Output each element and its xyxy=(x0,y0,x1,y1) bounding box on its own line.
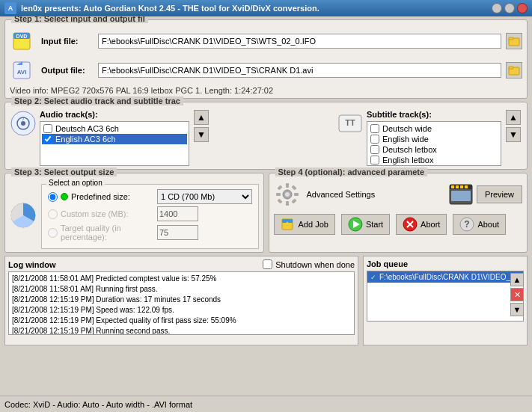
title-bar: A len0x presents: Auto Gordian Knot 2.45… xyxy=(0,0,532,16)
predefined-select[interactable]: 1 CD (700 Mb) 2 CD (1400 Mb) xyxy=(157,189,252,204)
audio-track-item-0[interactable]: Deutsch AC3 6ch xyxy=(42,123,187,134)
log-entry-1: [8/21/2008 11:58:01 AM] Running first pa… xyxy=(12,284,351,295)
abort-button[interactable]: Abort xyxy=(396,214,447,235)
preview-button[interactable]: Preview xyxy=(477,185,522,203)
shutdown-row: Shutdown when done xyxy=(263,259,355,269)
step2-spacer xyxy=(216,110,331,166)
output-file-row: AVI Output file: xyxy=(10,57,522,84)
text-icon: TT xyxy=(337,111,363,136)
log-title-bar: Log window Shutdown when done xyxy=(8,259,355,269)
subtitle-track-checkbox-3[interactable] xyxy=(370,156,379,165)
svg-rect-29 xyxy=(451,185,454,188)
queue-down-button[interactable]: ▼ xyxy=(510,303,524,316)
subtitle-track-checkbox-2[interactable] xyxy=(370,145,379,154)
film-icon xyxy=(448,182,474,207)
queue-controls: ▲ ✕ ▼ xyxy=(510,273,524,316)
subtitle-track-item-2[interactable]: Deutsch letbox xyxy=(369,144,499,155)
subtitle-tracks-area: Subtitle track(s): Deutsch wide English … xyxy=(367,110,501,166)
minimize-button[interactable] xyxy=(492,3,502,13)
subtitle-down-button[interactable]: ▼ xyxy=(506,127,521,142)
audio-down-button[interactable]: ▼ xyxy=(194,127,209,142)
subtitle-track-name-3: English letbox xyxy=(382,156,434,165)
step1-section: Step 1: Select input and output fil DVD … xyxy=(4,19,528,99)
advanced-settings-area: Advanced Settings Preview xyxy=(274,181,523,208)
audio-track-checkbox-1[interactable] xyxy=(43,135,52,144)
svg-rect-9 xyxy=(509,67,513,69)
queue-list: ✓ F:\ebooks\FullDisc\CRANK D1\VIDEO_TS\C… xyxy=(367,271,524,322)
subtitle-track-checkbox-0[interactable] xyxy=(370,124,379,133)
subtitle-icon: TT xyxy=(337,110,364,137)
queue-item-text-0: F:\ebooks\FullDisc\CRANK D1\VIDEO_TS\CRA… xyxy=(379,273,520,281)
target-value-input[interactable] xyxy=(157,225,198,240)
maximize-button[interactable] xyxy=(504,3,515,13)
target-radio-label[interactable]: Target quality (in percentage): xyxy=(48,224,153,242)
svg-text:?: ? xyxy=(465,219,470,230)
log-title: Log window xyxy=(8,260,56,269)
subtitle-up-button[interactable]: ▲ xyxy=(506,110,521,125)
about-icon: ? xyxy=(459,217,474,232)
add-job-icon: + xyxy=(281,217,296,232)
status-bar: Codec: XviD - Audio: Auto - Auto width -… xyxy=(0,396,532,412)
shutdown-checkbox[interactable] xyxy=(263,259,272,269)
input-label: Input file: xyxy=(41,37,94,46)
custom-row: Custom size (MB): xyxy=(48,206,252,221)
custom-radio[interactable] xyxy=(48,209,58,219)
predefined-radio[interactable] xyxy=(48,192,58,202)
svg-rect-26 xyxy=(291,198,296,203)
custom-radio-label[interactable]: Custom size (MB): xyxy=(48,209,153,219)
about-button[interactable]: ? About xyxy=(453,214,506,235)
svg-rect-23 xyxy=(277,185,282,190)
svg-rect-25 xyxy=(277,198,282,203)
add-job-button[interactable]: + Add Job xyxy=(274,214,335,235)
bottom-section: Log window Shutdown when done [8/21/2008… xyxy=(4,256,528,345)
close-button[interactable] xyxy=(517,3,528,13)
step3-inner: Select an option Predefined size: 1 CD (… xyxy=(10,181,259,249)
output-label: Output file: xyxy=(41,66,94,75)
output-file-field[interactable] xyxy=(98,63,501,78)
log-entry-5: [8/21/2008 12:15:19 PM] Running second p… xyxy=(12,326,351,335)
svg-rect-22 xyxy=(294,193,299,196)
custom-label: Custom size (MB): xyxy=(61,209,128,218)
custom-value-input[interactable] xyxy=(157,206,198,221)
svg-rect-21 xyxy=(276,193,281,196)
folder-icon xyxy=(508,35,520,47)
svg-text:+: + xyxy=(286,220,288,224)
predefined-label: Predefined size: xyxy=(71,192,130,201)
action-buttons: + Add Job Start xyxy=(274,214,523,235)
start-button[interactable]: Start xyxy=(341,214,390,235)
log-entry-4: [8/21/2008 12:15:19 PM] Expected quality… xyxy=(12,316,351,326)
input-browse-button[interactable] xyxy=(506,33,522,49)
svg-text:♪: ♪ xyxy=(22,116,25,121)
audio-up-button[interactable]: ▲ xyxy=(194,110,209,125)
target-radio[interactable] xyxy=(48,228,58,238)
step2-section: Step 2: Select audio track and subtitle … xyxy=(4,102,528,170)
audio-track-checkbox-0[interactable] xyxy=(43,124,52,133)
subtitle-tracks-label: Subtitle track(s): xyxy=(367,110,501,119)
step4-section: Step 4 (optional): advanced paramete xyxy=(269,173,528,253)
audio-track-item-1[interactable]: English AC3 6ch xyxy=(42,134,187,144)
queue-delete-button[interactable]: ✕ xyxy=(510,288,524,301)
abort-icon xyxy=(403,217,418,232)
target-row: Target quality (in percentage): xyxy=(48,224,252,242)
log-entry-3: [8/21/2008 12:15:19 PM] Speed was: 122.0… xyxy=(12,305,351,316)
predefined-row: Predefined size: 1 CD (700 Mb) 2 CD (140… xyxy=(48,189,252,204)
queue-item-0[interactable]: ✓ F:\ebooks\FullDisc\CRANK D1\VIDEO_TS\C… xyxy=(367,271,523,283)
svg-rect-32 xyxy=(465,185,468,188)
predefined-radio-label[interactable]: Predefined size: xyxy=(48,192,153,202)
queue-up-button[interactable]: ▲ xyxy=(510,273,524,286)
svg-point-12 xyxy=(21,121,25,126)
subtitle-track-item-3[interactable]: English letbox xyxy=(369,155,499,165)
audio-arrow-buttons: ▲ ▼ xyxy=(192,110,210,142)
green-dot xyxy=(61,193,68,200)
svg-text:DVD: DVD xyxy=(16,34,28,39)
subtitle-track-item-0[interactable]: Deutsch wide xyxy=(369,123,499,134)
input-file-row: DVD Input file: xyxy=(10,28,522,55)
audio-track-list: Deutsch AC3 6ch English AC3 6ch xyxy=(40,121,189,166)
subtitle-track-item-1[interactable]: English wide xyxy=(369,134,499,144)
output-browse-button[interactable] xyxy=(506,62,522,79)
log-content: [8/21/2008 11:58:01 AM] Predicted compte… xyxy=(8,271,355,335)
input-file-field[interactable] xyxy=(98,34,501,49)
subtitle-track-checkbox-1[interactable] xyxy=(370,135,379,144)
window-controls xyxy=(492,3,528,13)
audio-area: ♪ Audio track(s): Deutsch AC3 6ch Englis… xyxy=(10,110,210,166)
